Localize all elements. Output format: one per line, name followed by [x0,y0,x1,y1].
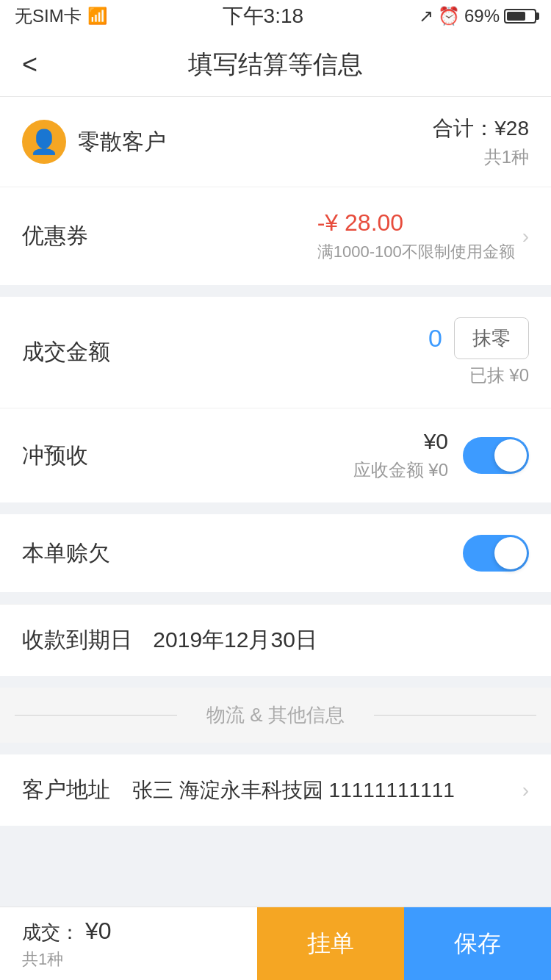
bottom-bar: 成交： ¥0 共1种 挂单 保存 [0,907,551,980]
prereceive-toggle[interactable] [463,437,529,474]
customer-total: 合计：¥28 [433,115,529,143]
hang-button[interactable]: 挂单 [257,907,404,980]
transaction-right: 0 抹零 [428,317,529,359]
alarm-icon: ⏰ [438,6,460,26]
save-button[interactable]: 保存 [404,907,551,980]
hang-label: 挂单 [307,928,354,960]
prereceive-amount-block: ¥0 应收金额 ¥0 [353,429,448,482]
due-date-value: 2019年12月30日 [153,627,317,652]
debt-section: 本单赊欠 [0,514,551,592]
transaction-right-block: 0 抹零 已抹 ¥0 [428,317,529,387]
bottom-count: 共1种 [22,948,235,970]
transaction-section: 成交金额 0 抹零 已抹 ¥0 冲预收 ¥0 应收金额 ¥0 [0,297,551,502]
due-date-label: 收款到期日 [22,627,132,652]
avatar: 👤 [22,120,66,164]
transaction-row: 成交金额 0 抹零 已抹 ¥0 [0,297,551,408]
coupon-right: -¥ 28.00 满1000-100不限制使用金额 › [317,209,529,263]
bottom-left: 成交： ¥0 共1种 [0,907,257,980]
prereceive-row: 冲预收 ¥0 应收金额 ¥0 [0,408,551,502]
customer-section: 👤 零散客户 合计：¥28 共1种 优惠券 -¥ 28.00 满1000-100… [0,97,551,285]
address-label: 客户地址 [22,775,110,805]
bottom-deal-row: 成交： ¥0 [22,918,235,945]
status-time: 下午3:18 [223,2,304,30]
battery-text: 69% [464,6,500,26]
avatar-icon: 👤 [29,128,59,156]
divider-line-left [15,715,177,716]
bottom-deal-label: 成交： [22,920,79,945]
separator-1 [0,676,551,688]
address-value: 张三 海淀永丰科技园 11111111111 [132,777,515,804]
logistics-divider: 物流 & 其他信息 [0,688,551,743]
coupon-discount-block: -¥ 28.00 满1000-100不限制使用金额 [317,209,515,263]
customer-row: 👤 零散客户 合计：¥28 共1种 [0,97,551,187]
wifi-icon: 📶 [87,7,107,26]
prereceive-right: ¥0 应收金额 ¥0 [353,429,529,482]
coupon-desc: 满1000-100不限制使用金额 [317,241,515,263]
prereceive-amount: ¥0 [353,429,448,454]
coupon-row[interactable]: 优惠券 -¥ 28.00 满1000-100不限制使用金额 › [0,187,551,285]
status-bar: 无SIM卡 📶 下午3:18 ↗ ⏰ 69% [0,0,551,32]
logistics-title: 物流 & 其他信息 [206,702,345,728]
address-row[interactable]: 客户地址 张三 海淀永丰科技园 11111111111 › [0,754,551,826]
status-left: 无SIM卡 📶 [15,4,107,28]
save-label: 保存 [454,928,501,960]
back-button[interactable]: < [22,49,37,80]
page-title: 填写结算等信息 [188,48,363,82]
bottom-deal-amount: ¥0 [85,918,112,945]
toggle-knob [494,439,527,472]
coupon-right-inner: -¥ 28.00 满1000-100不限制使用金额 › [317,209,529,263]
prereceive-label: 冲预收 [22,441,88,471]
customer-count: 共1种 [433,145,529,169]
debt-toggle[interactable] [463,535,529,572]
debt-toggle-knob [494,537,527,569]
coupon-label: 优惠券 [22,221,88,251]
address-chevron-icon: › [522,779,529,802]
divider-line-right [374,715,536,716]
chevron-right-icon: › [522,225,529,248]
nav-bar: < 填写结算等信息 [0,32,551,97]
battery-icon [504,9,536,24]
customer-name: 零散客户 [78,127,166,157]
transaction-label: 成交金额 [22,337,110,367]
round-zero-button[interactable]: 抹零 [454,317,529,359]
status-right: ↗ ⏰ 69% [419,6,536,26]
prereceive-sub: 应收金额 ¥0 [353,458,448,482]
transaction-amount: 0 [428,324,442,353]
customer-right: 合计：¥28 共1种 [433,115,529,169]
debt-label: 本单赊欠 [22,538,110,569]
location-icon: ↗ [419,6,433,26]
customer-left: 👤 零散客户 [22,120,166,164]
due-date-row: 收款到期日 2019年12月30日 [0,604,551,676]
signal-text: 无SIM卡 [15,4,82,28]
transaction-sub: 已抹 ¥0 [428,364,529,387]
coupon-discount: -¥ 28.00 [317,209,515,237]
main-content: 👤 零散客户 合计：¥28 共1种 优惠券 -¥ 28.00 满1000-100… [0,97,551,914]
